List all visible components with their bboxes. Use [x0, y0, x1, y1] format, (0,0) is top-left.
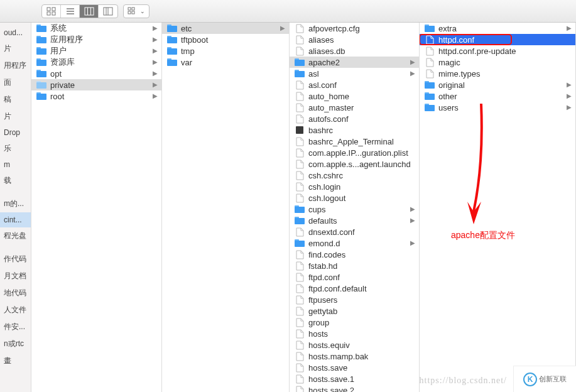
- file-icon: [295, 102, 305, 112]
- file-icon: [295, 249, 305, 259]
- sidebar-item[interactable]: 用程序: [0, 57, 31, 74]
- item-label: ftpd.conf.default: [308, 284, 416, 293]
- list-item[interactable]: fstab.hd: [290, 260, 419, 271]
- sidebar-item[interactable]: m: [0, 157, 31, 172]
- sidebar-item[interactable]: 程光盘: [0, 227, 31, 244]
- list-item[interactable]: auto_home: [290, 90, 419, 102]
- file-icon: [295, 340, 305, 350]
- list-item[interactable]: root▶: [31, 90, 161, 102]
- list-item[interactable]: afpovertcp.cfg: [290, 23, 419, 34]
- list-item[interactable]: csh.login: [290, 181, 419, 192]
- sidebar-item[interactable]: Drop: [0, 125, 31, 140]
- list-item[interactable]: other▶: [420, 90, 575, 102]
- list-item[interactable]: extra▶: [420, 23, 575, 34]
- list-item[interactable]: 用户▶: [31, 45, 161, 57]
- file-icon: [295, 362, 305, 373]
- list-item[interactable]: bashrc_Apple_Terminal: [290, 136, 419, 147]
- list-item[interactable]: aliases.db: [290, 45, 419, 57]
- list-item[interactable]: asl▶: [290, 68, 419, 79]
- list-item[interactable]: ftpusers: [290, 294, 419, 305]
- list-item[interactable]: users▶: [420, 102, 575, 113]
- sidebar-item[interactable]: 人文件: [0, 302, 31, 318]
- file-icon: [295, 193, 305, 203]
- list-item[interactable]: bashrc: [290, 124, 419, 136]
- folder-icon: [167, 35, 177, 45]
- sidebar-item[interactable]: [0, 244, 31, 251]
- list-item[interactable]: hosts.save.2: [290, 384, 419, 392]
- sidebar-item[interactable]: 月文档: [0, 268, 31, 285]
- list-item[interactable]: group: [290, 317, 419, 328]
- list-item[interactable]: httpd.conf.pre-update: [420, 45, 575, 57]
- list-item[interactable]: dnsextd.conf: [290, 226, 419, 237]
- list-item[interactable]: ftpd.conf.default: [290, 283, 419, 294]
- list-item[interactable]: com.apple.s...agent.launchd: [290, 158, 419, 170]
- list-item[interactable]: mime.types: [420, 68, 575, 79]
- sidebar-item[interactable]: 稿: [0, 91, 31, 108]
- file-icon: [295, 283, 305, 293]
- list-item[interactable]: tftpboot: [162, 34, 289, 45]
- item-label: hosts.equiv: [308, 340, 416, 350]
- file-icon: [295, 385, 305, 392]
- sidebar-item[interactable]: n或rtc: [0, 335, 31, 352]
- list-item[interactable]: autofs.conf: [290, 113, 419, 124]
- view-list-button[interactable]: [61, 5, 80, 18]
- column-4: extra▶httpd.confhttpd.conf.pre-updatemag…: [420, 23, 576, 392]
- sidebar-item[interactable]: cint...: [0, 212, 31, 227]
- sidebar-item[interactable]: 载: [0, 172, 31, 189]
- list-item[interactable]: tmp: [162, 45, 289, 57]
- list-item[interactable]: csh.cshrc: [290, 170, 419, 181]
- list-item[interactable]: 系统▶: [31, 23, 161, 34]
- list-item[interactable]: private▶: [31, 79, 161, 90]
- toolbar: ⌄: [0, 0, 576, 23]
- arrange-dropdown[interactable]: ⌄: [123, 4, 149, 18]
- list-item[interactable]: hosts.equiv: [290, 339, 419, 351]
- list-item[interactable]: cups▶: [290, 204, 419, 215]
- list-item[interactable]: var: [162, 57, 289, 68]
- list-item[interactable]: find.codes: [290, 249, 419, 260]
- list-item[interactable]: aliases: [290, 34, 419, 45]
- list-item[interactable]: defaults▶: [290, 215, 419, 226]
- list-item[interactable]: gettytab: [290, 305, 419, 317]
- item-label: tftpboot: [181, 35, 286, 45]
- list-item[interactable]: asl.conf: [290, 79, 419, 90]
- list-item[interactable]: emond.d▶: [290, 237, 419, 249]
- list-item[interactable]: opt▶: [31, 68, 161, 79]
- file-icon: [295, 351, 305, 361]
- sidebar-item[interactable]: 片: [0, 40, 31, 57]
- list-item[interactable]: original▶: [420, 79, 575, 90]
- sidebar-item[interactable]: 面: [0, 74, 31, 91]
- annotation-text: apache配置文件: [451, 230, 515, 241]
- list-item[interactable]: magic: [420, 57, 575, 68]
- item-label: hosts.save.1: [308, 374, 416, 384]
- view-icon-button[interactable]: [42, 5, 61, 18]
- svg-rect-13: [128, 8, 131, 10]
- list-item[interactable]: httpd.conf: [420, 34, 575, 45]
- sidebar-item[interactable]: [0, 189, 31, 195]
- list-item[interactable]: auto_master: [290, 102, 419, 113]
- list-item[interactable]: hosts: [290, 328, 419, 339]
- view-gallery-button[interactable]: [99, 5, 117, 18]
- list-item[interactable]: ftpd.conf: [290, 271, 419, 283]
- svg-rect-22: [36, 48, 46, 55]
- list-item[interactable]: 应用程序▶: [31, 34, 161, 45]
- folder-icon: [295, 204, 305, 214]
- list-item[interactable]: hosts.save: [290, 362, 419, 373]
- view-columns-button[interactable]: [80, 5, 99, 18]
- sidebar-item[interactable]: m的...: [0, 195, 31, 212]
- list-item[interactable]: com.apple.IP...guration.plist: [290, 147, 419, 158]
- list-item[interactable]: 资源库▶: [31, 57, 161, 68]
- list-item[interactable]: hosts.mamp.bak: [290, 351, 419, 362]
- item-label: dnsextd.conf: [308, 227, 416, 237]
- sidebar-item[interactable]: oud...: [0, 25, 31, 40]
- sidebar-item[interactable]: 乐: [0, 140, 31, 157]
- sidebar-item[interactable]: 地代码: [0, 285, 31, 302]
- list-item[interactable]: etc▶: [162, 23, 289, 34]
- sidebar-item[interactable]: 件安...: [0, 318, 31, 335]
- svg-rect-57: [425, 105, 435, 111]
- sidebar-item[interactable]: 片: [0, 108, 31, 125]
- list-item[interactable]: hosts.save.1: [290, 373, 419, 384]
- list-item[interactable]: csh.logout: [290, 192, 419, 204]
- sidebar-item[interactable]: 作代码: [0, 251, 31, 268]
- list-item[interactable]: apache2▶: [290, 57, 419, 68]
- sidebar-item[interactable]: 畫: [0, 352, 31, 369]
